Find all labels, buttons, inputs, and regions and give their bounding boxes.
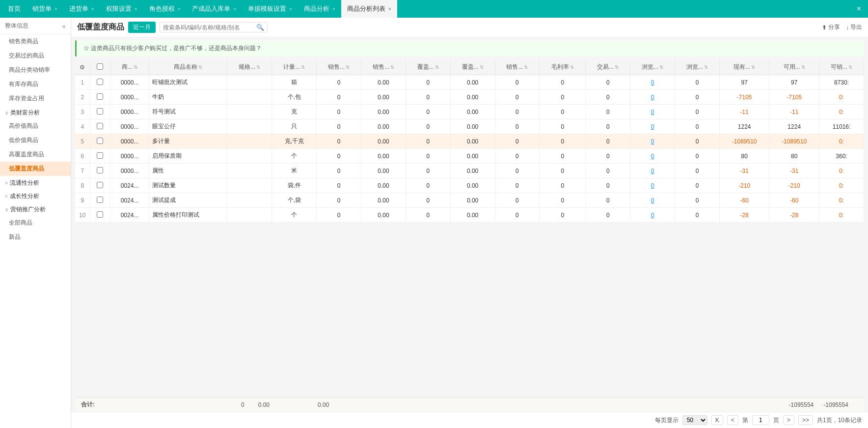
col-spec[interactable]: 规格...⇅ <box>227 59 272 75</box>
table-row[interactable]: 80024...测试数量袋,件00.0000.0000000-210-2100: <box>75 178 864 193</box>
sidebar-group-growth[interactable]: > 成长性分析 <box>0 189 71 202</box>
search-input[interactable] <box>163 24 256 31</box>
table-row[interactable]: 70000...属性米00.0000.0000000-31-310: <box>75 164 864 178</box>
table-row[interactable]: 50000...多计量克,千克00.0000.0000000-1089510-1… <box>75 134 864 149</box>
sidebar-item-high-coverage[interactable]: 高覆盖度商品 <box>0 147 71 162</box>
row-checkbox[interactable] <box>90 193 110 208</box>
col-browse2[interactable]: 浏览...⇅ <box>675 59 720 75</box>
col-transaction[interactable]: 交易...⇅ <box>586 59 630 75</box>
col-current-stock[interactable]: 现有...⇅ <box>719 59 769 75</box>
row-spec <box>227 75 272 90</box>
tab-purchase-close[interactable]: × <box>91 6 94 12</box>
col-checkbox[interactable] <box>90 59 110 75</box>
row-coverage2: 0.00 <box>450 178 495 193</box>
row-sales-qty: 0 <box>317 134 361 149</box>
col-code[interactable]: 商...⇅ <box>110 59 149 75</box>
next-page-btn[interactable]: > <box>783 415 794 425</box>
tab-sales[interactable]: 销货单 × <box>27 0 63 18</box>
sidebar-item-all-goods[interactable]: 全部商品 <box>0 216 71 230</box>
footer-available-stock: -1095554 <box>823 401 848 408</box>
col-name[interactable]: 商品名称⇅ <box>149 59 227 75</box>
last-page-btn[interactable]: >> <box>798 415 813 425</box>
prev-page-btn[interactable]: < <box>727 415 738 425</box>
col-browse1[interactable]: 浏览...⇅ <box>630 59 675 75</box>
tab-product-in-close[interactable]: × <box>233 6 236 12</box>
row-checkbox[interactable] <box>90 105 110 119</box>
row-checkbox[interactable] <box>90 119 110 134</box>
row-checkbox[interactable] <box>90 178 110 193</box>
tab-sales-close[interactable]: × <box>54 6 57 12</box>
share-btn[interactable]: ⬆ 分享 <box>822 23 840 31</box>
sidebar-item-stock-capital[interactable]: 库存资金占用 <box>0 91 71 106</box>
tab-analysis-close[interactable]: × <box>332 6 335 12</box>
tab-purchase[interactable]: 进货单 × <box>63 0 100 18</box>
row-browse1[interactable]: 0 <box>630 119 675 134</box>
table-row[interactable]: 30000...符号测试克00.0000.0000000-11-110: <box>75 105 864 119</box>
current-page-input[interactable] <box>752 415 769 425</box>
tab-role[interactable]: 角色授权 × <box>143 0 187 18</box>
row-checkbox[interactable] <box>90 164 110 178</box>
row-checkbox[interactable] <box>90 75 110 90</box>
filter-period-btn[interactable]: 近一月 <box>128 22 156 33</box>
row-num: 1 <box>75 75 90 90</box>
table-row[interactable]: 90024...测试提成个,袋00.0000.0000000-60-600: <box>75 193 864 208</box>
sidebar-item-low-coverage[interactable]: 低覆盖度商品 <box>0 162 71 176</box>
row-browse1[interactable]: 0 <box>630 75 675 90</box>
table-row[interactable]: 100024...属性价格打印测试个00.0000.0000000-28-280… <box>75 208 864 223</box>
row-browse1[interactable]: 0 <box>630 193 675 208</box>
first-page-btn[interactable]: K <box>711 415 723 425</box>
sidebar-item-low-value[interactable]: 低价值商品 <box>0 133 71 147</box>
row-checkbox[interactable] <box>90 134 110 149</box>
sidebar-group-marketing[interactable]: ∨ 营销推广分析 <box>0 202 71 216</box>
export-btn[interactable]: ↓ 导出 <box>846 23 862 31</box>
col-coverage2[interactable]: 覆盖...⇅ <box>450 59 495 75</box>
tab-analysis-list[interactable]: 商品分析列表 × <box>341 0 397 18</box>
tab-analysis[interactable]: 商品分析 × <box>298 0 341 18</box>
tab-template[interactable]: 单据模板设置 × <box>242 0 298 18</box>
col-available-stock[interactable]: 可用...⇅ <box>769 59 819 75</box>
col-sales-amt[interactable]: 销售...⇅ <box>361 59 406 75</box>
select-all-checkbox[interactable] <box>97 63 103 70</box>
sidebar-item-sales-goods[interactable]: 销售类商品 <box>0 34 71 49</box>
row-browse1[interactable]: 0 <box>630 149 675 164</box>
row-gross-margin: 0 <box>540 164 586 178</box>
row-browse1[interactable]: 0 <box>630 90 675 105</box>
sidebar-item-category-rate[interactable]: 商品分类动销率 <box>0 63 71 77</box>
col-unit[interactable]: 计量...⇅ <box>272 59 317 75</box>
tab-analysis-list-close[interactable]: × <box>388 6 391 12</box>
tab-permission[interactable]: 权限设置 × <box>100 0 143 18</box>
tab-role-close[interactable]: × <box>178 6 181 12</box>
col-sales-count[interactable]: 销售...⇅ <box>495 59 540 75</box>
row-checkbox[interactable] <box>90 90 110 105</box>
row-checkbox[interactable] <box>90 149 110 164</box>
sidebar-item-traded-goods[interactable]: 交易过的商品 <box>0 49 71 63</box>
table-row[interactable]: 40000...眼宝公仔只00.0000.0000000122412241101… <box>75 119 864 134</box>
tab-home[interactable]: 首页 <box>2 0 27 18</box>
row-browse1[interactable]: 0 <box>630 105 675 119</box>
table-row[interactable]: 10000...旺铺批次测试箱00.0000.000000097978730: <box>75 75 864 90</box>
table-row[interactable]: 60000...启用保质期个00.0000.00000008080360: <box>75 149 864 164</box>
sidebar-header-label: 整体信息 <box>5 22 28 30</box>
sidebar-collapse-btn[interactable]: « <box>62 22 66 30</box>
row-browse1[interactable]: 0 <box>630 134 675 149</box>
sidebar-group-liquidity[interactable]: > 流通性分析 <box>0 176 71 189</box>
row-checkbox[interactable] <box>90 208 110 223</box>
col-sales-qty[interactable]: 销售...⇅ <box>317 59 361 75</box>
tab-product-in[interactable]: 产成品入库单 × <box>186 0 242 18</box>
row-browse1[interactable]: 0 <box>630 178 675 193</box>
sidebar-item-new-goods[interactable]: 新品 <box>0 230 71 244</box>
col-gross-margin[interactable]: 毛利率⇅ <box>540 59 586 75</box>
tab-template-close[interactable]: × <box>289 6 292 12</box>
nav-close-all[interactable]: × <box>852 4 866 13</box>
page-size-select[interactable]: 50 10 20 100 <box>682 415 707 425</box>
sidebar-group-wealth[interactable]: ∨ 类财富分析 <box>0 106 71 119</box>
row-browse1[interactable]: 0 <box>630 208 675 223</box>
table-row[interactable]: 20000...牛奶个,包00.0000.0000000-7105-71050: <box>75 90 864 105</box>
sidebar-item-stocked-goods[interactable]: 有库存商品 <box>0 77 71 91</box>
sidebar-item-high-value[interactable]: 高价值商品 <box>0 119 71 133</box>
col-coverage1[interactable]: 覆盖...⇅ <box>406 59 450 75</box>
row-browse1[interactable]: 0 <box>630 164 675 178</box>
col-settings[interactable]: ⚙ <box>75 59 90 75</box>
tab-permission-close[interactable]: × <box>135 6 137 12</box>
col-saleable[interactable]: 可销...⇅ <box>819 59 864 75</box>
